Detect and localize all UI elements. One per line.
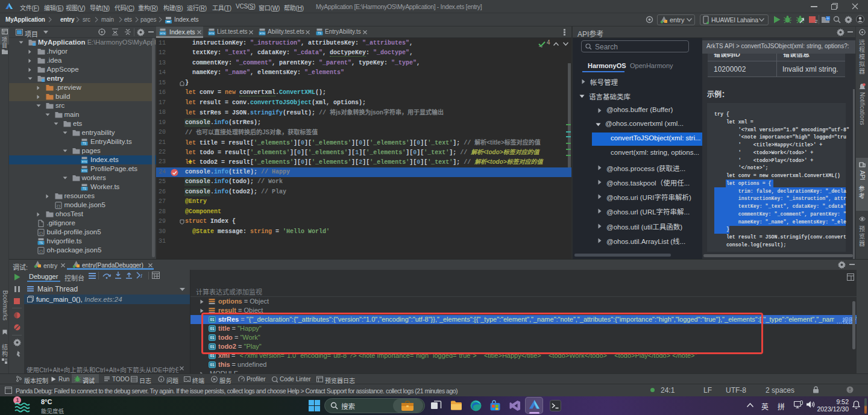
svg-text:ETS: ETS — [82, 160, 87, 163]
svg-text:01: 01 — [210, 363, 215, 367]
svg-text:TS: TS — [39, 242, 43, 245]
svg-text:ETS: ETS — [260, 32, 265, 35]
svg-text:01: 01 — [210, 354, 215, 358]
svg-text:ETS: ETS — [160, 32, 165, 35]
svg-text:TS: TS — [318, 32, 321, 35]
svg-text:TS: TS — [83, 187, 86, 190]
svg-text:{}: {} — [39, 231, 43, 236]
svg-text:ETS: ETS — [209, 32, 214, 35]
svg-text:{}: {} — [56, 204, 60, 208]
svg-text:I: I — [140, 273, 143, 279]
svg-text:ETS: ETS — [82, 169, 87, 172]
svg-text:{}: {} — [39, 249, 43, 254]
svg-text:TS: TS — [83, 142, 86, 145]
